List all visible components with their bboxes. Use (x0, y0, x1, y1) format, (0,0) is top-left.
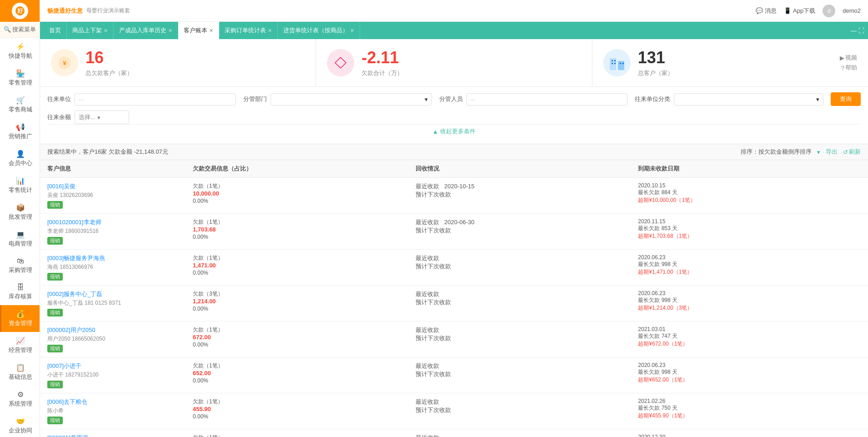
customer-phone-4: 用户2050 18665062050 (47, 335, 193, 343)
tab-home[interactable]: 首页 (44, 22, 67, 39)
col-due-date: 到期未收款日期 (638, 165, 861, 173)
tab-product-offsale-label: 商品上下架 (72, 26, 102, 35)
overdue-link-6[interactable]: 超期¥455.90（1笔） (638, 412, 861, 420)
overdue-link-0[interactable]: 超期¥10,000.00（1笔） (638, 196, 861, 204)
table-row-5: [0007]小进干 小进干 18279152100 现销 欠款（1笔） 652.… (40, 357, 868, 393)
enterprise-collab-icon: 🤝 (3, 417, 38, 426)
debt-cell-3: 欠款（3笔） 1,214.00 0.00% (193, 290, 416, 312)
customer-name-2[interactable]: [0003]畅捷服务尹海燕 (47, 254, 193, 262)
tab-customer-account-close[interactable]: ✕ (209, 28, 213, 34)
member-center-icon: 👤 (3, 150, 38, 158)
sidebar-item-retail-mall[interactable]: 🛒 零售商城 (0, 91, 40, 118)
avatar[interactable]: d (823, 5, 835, 17)
from-unit-label: 往来单位 (47, 95, 71, 103)
debt-amount-4: 672.00 (193, 334, 416, 341)
customer-tag-6: 现销 (47, 417, 63, 424)
from-unit-input[interactable]: ··· (75, 93, 236, 105)
sidebar-item-retail-stats[interactable]: 📊 零售统计 (0, 172, 40, 199)
tab-customer-account[interactable]: 客户账本 ✕ (178, 22, 219, 39)
balance-select[interactable]: 选择... ▾ (75, 111, 129, 124)
customer-name-4[interactable]: [000002]用户2050 (47, 326, 193, 334)
overdue-amount-label: 欠款合计（万） (361, 69, 403, 77)
sidebar-item-enterprise-collab[interactable]: 🤝 企业协同 (0, 412, 40, 437)
sidebar-item-system[interactable]: ⚙ 系统管理 (0, 386, 40, 412)
due-date-5: 2020.06.23 (638, 362, 861, 368)
collection-last-5: 最近收款 (416, 362, 638, 370)
overdue-link-1[interactable]: 超期¥1,703.68（1笔） (638, 232, 861, 240)
collection-cell-6: 最近收款 预计下次收款 (416, 398, 638, 414)
customer-tag-4: 现销 (47, 345, 63, 352)
tab-product-offsale[interactable]: 商品上下架 ✕ (67, 22, 114, 39)
sidebar-item-retail-mgmt[interactable]: 🏪 零售管理 (0, 65, 40, 91)
overdue-link-2[interactable]: 超期¥1,471.00（1笔） (638, 268, 861, 276)
stat-icon-diamond (327, 49, 354, 76)
sidebar-item-quick-nav[interactable]: ⚡ 快捷导航 (0, 38, 40, 65)
debt-percent-2: 0.00% (193, 270, 416, 276)
customer-cell-1: [0001020001]李老师 李老师 18600391516 现销 (47, 218, 193, 245)
stat-info-overdue-customers: 16 总欠款客户（家） (85, 48, 133, 77)
unit-category-select[interactable]: ▾ (674, 93, 823, 105)
table-row-6: [0006]去下粮仓 陈小希 现销 欠款（1笔） 455.90 0.00% 最近… (40, 393, 868, 429)
sidebar-nav: ⚡ 快捷导航 🏪 零售管理 🛒 零售商城 📢 营销推广 👤 会员中心 📊 零售统… (0, 38, 40, 437)
table-row-3: [0002]服务中心_丁磊 服务中心_丁磊 181 0125 8371 现销 欠… (40, 286, 868, 321)
sidebar-item-purchase-mgmt[interactable]: 🛍 采购管理 (0, 252, 40, 279)
sidebar-item-batch-mgmt[interactable]: 📦 批发管理 (0, 199, 40, 226)
unit-category-label: 往来单位分类 (635, 95, 670, 103)
message-btn[interactable]: 💬 消息 (756, 7, 777, 15)
sidebar-item-inventory[interactable]: 🗄 库存核算 (0, 279, 40, 305)
sidebar-item-basic-info[interactable]: 📋 基础信息 (0, 359, 40, 386)
app-download-btn[interactable]: 📱 App下载 (784, 7, 815, 15)
sidebar-item-marketing[interactable]: 📢 营销推广 (0, 118, 40, 145)
customer-name-7[interactable]: [000001]黄思源 (47, 434, 193, 437)
unit-category-chevron-icon: ▾ (816, 96, 819, 103)
customer-name-1[interactable]: [0001020001]李老师 (47, 218, 193, 226)
overdue-link-5[interactable]: 超期¥652.00（1笔） (638, 376, 861, 384)
tab-inbound-stats[interactable]: 进货单统计表（按商品） ✕ (278, 22, 360, 39)
balance-placeholder: 选择... (79, 113, 95, 121)
search-icon: 🔍 (4, 26, 11, 33)
customer-tag-1: 现销 (47, 237, 63, 245)
tab-purchase-order-close[interactable]: ✕ (268, 28, 272, 34)
view-video-btn[interactable]: ▶ 视频 (840, 54, 857, 62)
query-button[interactable]: 查询 (831, 92, 861, 106)
debt-cell-2: 欠款（1笔） 1,471.00 0.00% (193, 254, 416, 276)
svg-rect-8 (614, 60, 616, 61)
due-date-1: 2020.11.15 (638, 218, 861, 225)
tab-maximize-icon[interactable]: ⛶ (858, 27, 864, 34)
tab-inbound-stats-close[interactable]: ✕ (350, 28, 354, 34)
customer-name-0[interactable]: [0016]吴俊 (47, 182, 193, 191)
collection-next-6: 预计下次收款 (416, 406, 638, 414)
tab-product-inbound[interactable]: 产成品入库单历史 ✕ (114, 22, 178, 39)
manager-input[interactable]: ··· (467, 93, 628, 105)
app-name: 畅捷通好生意 (47, 7, 83, 15)
debt-percent-4: 0.00% (193, 342, 416, 348)
main-area: 畅捷通好生意 母婴行业演示账套 💬 消息 📱 App下载 d demo2 首页 … (40, 0, 868, 437)
export-btn[interactable]: 导出 (826, 148, 838, 156)
customer-cell-2: [0003]畅捷服务尹海燕 海燕 18513066976 现销 (47, 254, 193, 281)
branch-select[interactable]: ▾ (271, 93, 432, 105)
tab-minimize-icon[interactable]: — (851, 27, 857, 34)
collapse-btn[interactable]: ▲ 收起更多条件 (432, 127, 476, 136)
sidebar-item-ecommerce[interactable]: 💻 电商管理 (0, 226, 40, 252)
refresh-btn[interactable]: ↺ 刷新 (843, 148, 861, 156)
tab-product-inbound-close[interactable]: ✕ (168, 28, 172, 34)
customer-name-5[interactable]: [0007]小进干 (47, 362, 193, 370)
sidebar-item-finance[interactable]: 💰 资金管理 (0, 305, 40, 332)
table-row: [0003]畅捷服务尹海燕 海燕 18513066976 现销 欠款（1笔） 1… (40, 250, 868, 286)
filter-row-1: 往来单位 ··· 分管部门 ▾ 分管人员 ··· (47, 92, 861, 106)
sidebar-item-operations[interactable]: 📈 经营管理 (0, 332, 40, 359)
message-icon: 💬 (756, 7, 763, 14)
table-row: [0002]服务中心_丁磊 服务中心_丁磊 181 0125 8371 现销 欠… (40, 286, 868, 321)
topbar: 畅捷通好生意 母婴行业演示账套 💬 消息 📱 App下载 d demo2 (40, 0, 868, 22)
overdue-customers-label: 总欠款客户（家） (85, 69, 133, 77)
tab-purchase-order[interactable]: 采购订单统计表 ✕ (219, 22, 278, 39)
help-btn[interactable]: ? 帮助 (841, 64, 857, 72)
sidebar-item-member-center[interactable]: 👤 会员中心 (0, 145, 40, 172)
customer-name-6[interactable]: [0006]去下粮仓 (47, 398, 193, 406)
search-menu-item[interactable]: 🔍 搜索菜单 (0, 22, 40, 38)
stat-icon-yuan: ¥ (51, 49, 78, 76)
overdue-link-4[interactable]: 超期¥672.00（1笔） (638, 340, 861, 348)
tab-product-offsale-close[interactable]: ✕ (104, 28, 108, 34)
customer-name-3[interactable]: [0002]服务中心_丁磊 (47, 290, 193, 298)
overdue-link-3[interactable]: 超期¥1,214.00（3笔） (638, 304, 861, 312)
